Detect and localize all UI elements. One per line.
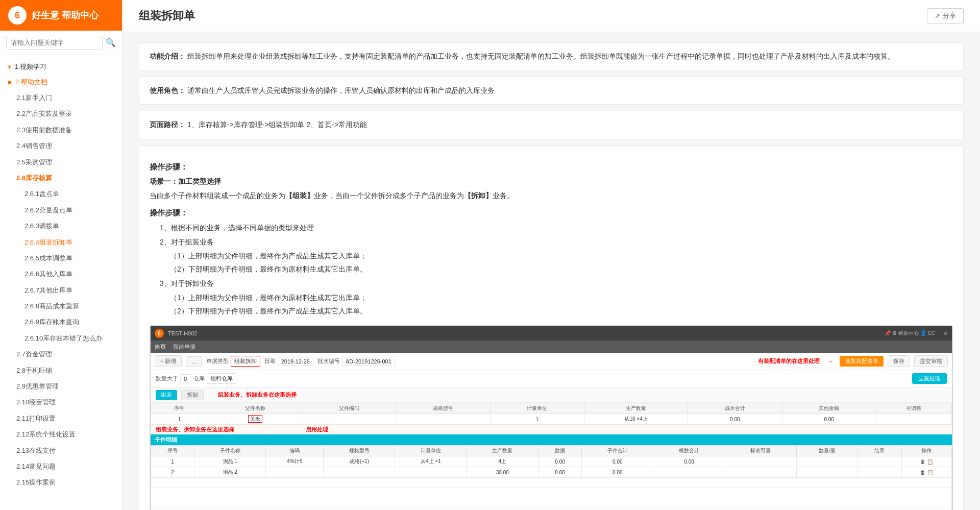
th-seq: 序号 xyxy=(151,403,208,414)
sidebar-item-cat2[interactable]: ● 2.帮助文档 xyxy=(0,75,122,90)
field-qty: 数量大于 0 xyxy=(156,374,190,383)
table-row: 2 测品 2 30.00 0.00 0.00 xyxy=(151,467,952,478)
scene1-title: 场景一：加工类型选择 xyxy=(150,177,953,186)
btn-process[interactable]: 立案处理 xyxy=(912,373,947,384)
bth-seq: 序号 xyxy=(151,446,194,456)
field-batch-val[interactable]: AD-20191226-001 xyxy=(342,357,395,366)
sidebar-item-cat2-6-5[interactable]: 2.6.5成本调整单 xyxy=(0,250,122,266)
sidebar-item-cat2-13[interactable]: 2.13在线支付 xyxy=(0,443,122,458)
cell-subtotal: 0.00 xyxy=(582,467,653,478)
sidebar-item-cat2-10[interactable]: 2.10经营管理 xyxy=(0,394,122,410)
tab-disassemble[interactable]: 拆卸 xyxy=(181,390,204,400)
menu-home[interactable]: 自页 xyxy=(155,343,166,351)
sidebar-item-cat2-6-7[interactable]: 2.6.7其他出库单 xyxy=(0,282,122,298)
sidebar-item-cat2-12[interactable]: 2.12系统个性化设置 xyxy=(0,426,122,442)
table-row: 1 测品 1 4%计5 规格(+1) 从4上 ×1 4上 0.00 0.00 0 xyxy=(151,456,952,467)
menu-new[interactable]: 新建单据 xyxy=(173,343,195,351)
top-table: 序号 父件名称 父件编码 规格型号 计量单位 生产数量 成本合计 其他金额 可调 xyxy=(151,403,952,425)
cell-cost: 0.00 xyxy=(688,414,782,425)
bth-ratio: 数量/量 xyxy=(796,446,857,456)
sidebar-item-cat2-6-10[interactable]: 2.6.10库存账本错了怎么办 xyxy=(0,330,122,346)
th-spec: 规格型号 xyxy=(396,403,490,414)
th-other-amount: 其他金额 xyxy=(782,403,876,414)
cell-std xyxy=(725,456,796,467)
step3: 3、对于拆卸业务 xyxy=(160,278,953,290)
qty-label: 数量大于 xyxy=(156,375,178,382)
bth-subtotal: 子件合计 xyxy=(582,446,653,456)
collapse-icon: ● xyxy=(7,78,12,87)
table-row xyxy=(151,488,952,498)
path-label: 页面路径： xyxy=(150,120,185,129)
sidebar-item-cat2-5[interactable]: 2.5采购管理 xyxy=(0,154,122,170)
sidebar-item-cat2-7[interactable]: 2.7资金管理 xyxy=(0,346,122,362)
sidebar-item-cat2-11[interactable]: 2.11打印设置 xyxy=(0,410,122,426)
btn-submit[interactable]: 提交审核 xyxy=(914,355,948,367)
intro-block: 功能介绍： 组装拆卸单用来处理企业组装或拆卸等加工业务，支持有固定装配清单的产品… xyxy=(139,42,964,70)
steps-block: 操作步骤： 场景一：加工类型选择 当由多个子件材料组装成一个成品的业务为【组装】… xyxy=(139,145,964,510)
sidebar-item-cat2-6-3[interactable]: 2.6.3调拨单 xyxy=(0,218,122,234)
cell-ops: 🗑 📋 xyxy=(901,467,951,478)
table-row xyxy=(151,478,952,488)
table-row xyxy=(151,498,952,508)
cell-ratio xyxy=(796,456,857,467)
field-date-label: 日期 xyxy=(264,357,276,365)
cell-seq: 2 xyxy=(151,467,194,478)
sidebar-item-cat2-4[interactable]: 2.4销售管理 xyxy=(0,138,122,154)
annotation-a2: 组装业务、拆卸业务在这里选择 xyxy=(218,391,297,399)
sidebar-item-cat2-1[interactable]: 2.1新手入门 xyxy=(0,90,122,106)
bth-spec: 规格型号 xyxy=(324,446,395,456)
bth-child-name: 子件名称 xyxy=(194,446,266,456)
sidebar-item-cat2-6-6[interactable]: 2.6.6其他入库单 xyxy=(0,266,122,282)
cell-unit: 1 xyxy=(490,414,584,425)
field-date: 日期 2019-12-26 xyxy=(264,357,313,366)
sidebar-item-cat2-6-9[interactable]: 2.6.9库存账本查询 xyxy=(0,314,122,330)
steps-title: 操作步骤： xyxy=(150,162,953,172)
arrow-a1: → xyxy=(828,358,834,365)
content-area: 功能介绍： 组装拆卸单用来处理企业组装或拆卸等加工业务，支持有固定装配清单的产品… xyxy=(122,32,980,510)
search-icon[interactable]: 🔍 xyxy=(106,38,116,47)
tab-assemble[interactable]: 组装 xyxy=(156,390,177,400)
step3-sub1: （1）上部明细为父件明细，最终作为原材料生成其它出库单； xyxy=(170,292,953,304)
qty-val: 0 xyxy=(180,374,190,383)
app-topbar: 6 TEST-H002 📌 ⚙ 帮助中心 👤 CC ✕ xyxy=(151,326,952,341)
cell-data: 0.00 xyxy=(538,467,581,478)
cell-seq: 1 xyxy=(151,456,194,467)
cell-spec xyxy=(324,467,395,478)
sidebar-item-cat2-2[interactable]: 2.2产品安装及登录 xyxy=(0,106,122,122)
btn-other[interactable]: ... xyxy=(186,356,202,367)
sidebar-item-cat1[interactable]: + 1.视频学习 xyxy=(0,59,122,75)
sidebar-item-cat2-14[interactable]: 2.14常见问题 xyxy=(0,458,122,474)
sidebar-item-cat2-6-2[interactable]: 2.6.2分量盘点单 xyxy=(0,202,122,218)
sidebar-item-cat2-6-4[interactable]: 2.6.4组装拆卸单 xyxy=(0,234,122,250)
sidebar-item-cat2-6-8[interactable]: 2.6.8商品成本重算 xyxy=(0,298,122,314)
cell-ratio xyxy=(796,467,857,478)
sidebar-item-cat2-6-1[interactable]: 2.6.1盘点单 xyxy=(0,186,122,202)
cell-qty: 从10 ×4上 xyxy=(584,414,688,425)
app-form-area: 数量大于 0 仓库 领料仓库 立案处理 xyxy=(151,370,952,387)
cell-qty: 30.00 xyxy=(467,467,538,478)
field-type-label: 单据类型 xyxy=(206,357,229,365)
sidebar-item-cat2-9[interactable]: 2.9优惠券管理 xyxy=(0,378,122,394)
sidebar-item-cat2-6[interactable]: 2.6库存核算 xyxy=(0,170,122,186)
warehouse-val[interactable]: 领料仓库 xyxy=(207,373,236,384)
step2-sub2: （2）下部明细为子件明细，最终作为原材料生成其它出库单。 xyxy=(170,263,953,276)
th-adjustable: 可调整 xyxy=(876,403,951,414)
btn-confirm-bom[interactable]: 选取装配清单 xyxy=(840,356,884,367)
expand-icon: + xyxy=(7,63,11,71)
th-unit: 计量单位 xyxy=(490,403,584,414)
sidebar-item-cat2-8[interactable]: 2.8手机旺铺 xyxy=(0,362,122,378)
sidebar-item-cat2-15[interactable]: 2.15操作案例 xyxy=(0,474,122,490)
close-icon: ✕ xyxy=(943,330,948,337)
sidebar-item-cat2-3[interactable]: 2.3使用前数据准备 xyxy=(0,122,122,138)
field-date-val[interactable]: 2019-12-26 xyxy=(278,357,313,366)
btn-add[interactable]: + 新增 xyxy=(155,355,182,367)
share-icon: ↗ xyxy=(935,12,940,20)
step1: 1、根据不同的业务，选择不同单据的类型来处理 xyxy=(160,222,953,234)
share-button[interactable]: ↗ 分享 xyxy=(927,8,964,23)
btn-save[interactable]: 保存 xyxy=(888,355,910,367)
search-input[interactable] xyxy=(6,36,103,50)
sidebar-title: 好生意 帮助中心 xyxy=(32,9,99,21)
cell-result xyxy=(858,456,901,467)
field-type-val[interactable]: 组装拆卸 xyxy=(231,356,260,367)
step3-sub2: （2）下部明细为子件明细，最终作为产成品生成其它入库单。 xyxy=(170,305,953,318)
